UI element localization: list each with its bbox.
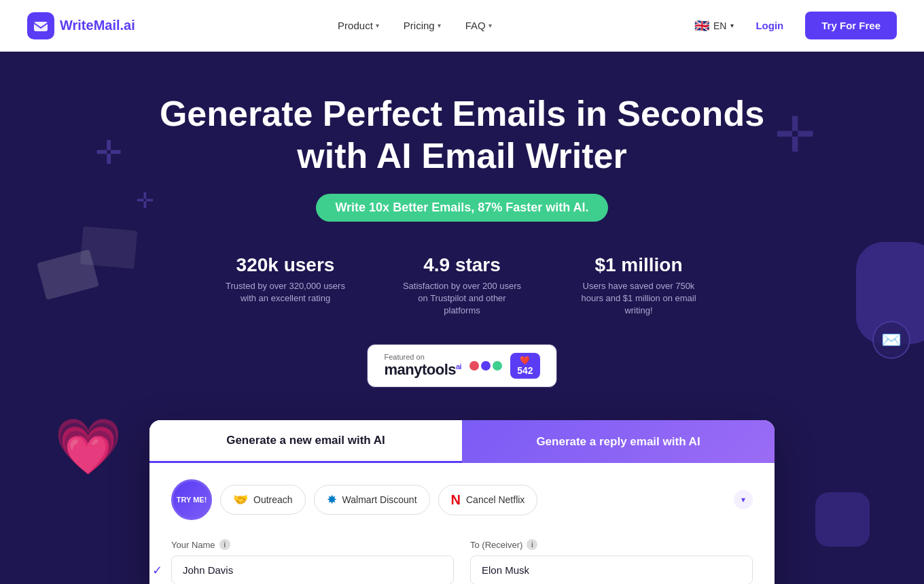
manytools-count: ❤️ 542 [510, 353, 539, 379]
stat-users: 320k users Trusted by over 320,000 users… [224, 254, 346, 317]
form-row: Your Name i ✓ To (Receiver) i [171, 539, 753, 584]
stat-million: $1 million Users have saved over 750k ho… [578, 254, 700, 317]
nav-links: Product ▾ Pricing ▾ FAQ ▾ [327, 14, 503, 37]
template-outreach[interactable]: 🤝 Outreach [220, 485, 306, 515]
deco-cross-2: ✛ [136, 188, 154, 213]
chevron-down-icon: ▾ [438, 22, 441, 29]
nav-faq[interactable]: FAQ ▾ [455, 14, 503, 37]
navbar: WriteMail.ai Product ▾ Pricing ▾ FAQ ▾ 🇬… [0, 0, 924, 52]
your-name-info-icon[interactable]: i [219, 539, 230, 550]
manytools-badge[interactable]: Featured on manytoolsai ❤️ 542 [367, 344, 556, 388]
templates-more-chevron[interactable]: ▾ [734, 490, 753, 509]
hero-section: ✛ ✛ ✛ 💗 ✉️ Generate Perfect Emails in Se… [0, 52, 924, 584]
email-generator-card: Generate a new email with AI Generate a … [149, 420, 775, 584]
card-body: TRY ME! 🤝 Outreach ✸ Walmart Discount N … [149, 463, 775, 584]
template-row: TRY ME! 🤝 Outreach ✸ Walmart Discount N … [171, 479, 753, 520]
deco-cross-1: ✛ [95, 133, 122, 171]
logo-icon [27, 12, 54, 39]
login-button[interactable]: Login [745, 14, 794, 37]
to-receiver-group: To (Receiver) i [470, 539, 753, 584]
flag-icon: 🇬🇧 [694, 18, 709, 33]
manytools-dots [469, 361, 502, 371]
template-netflix[interactable]: N Cancel Netflix [438, 485, 538, 515]
deco-cross-3: ✛ [775, 106, 815, 163]
deco-heart: 💗 [54, 415, 122, 479]
manytools-content: Featured on manytoolsai [384, 353, 461, 379]
netflix-icon: N [451, 492, 461, 508]
tab-generate-new[interactable]: Generate a new email with AI [149, 420, 462, 463]
your-name-input[interactable] [171, 555, 454, 584]
chevron-down-icon: ▾ [488, 22, 492, 29]
your-name-label: Your Name i [171, 539, 454, 550]
hero-subtitle-badge: Write 10x Better Emails, 87% Faster with… [316, 194, 607, 222]
outreach-emoji: 🤝 [233, 492, 248, 507]
nav-product[interactable]: Product ▾ [327, 14, 390, 37]
chevron-down-icon: ▾ [376, 22, 379, 29]
logo-text: WriteMail.ai [60, 18, 135, 33]
chat-circle: ✉️ [872, 321, 910, 359]
your-name-group: Your Name i ✓ [171, 539, 454, 584]
try-me-badge: TRY ME! [171, 479, 212, 520]
nav-pricing[interactable]: Pricing ▾ [393, 14, 452, 37]
card-tabs: Generate a new email with AI Generate a … [149, 420, 775, 463]
tab-generate-reply[interactable]: Generate a reply email with AI [462, 420, 775, 463]
svg-rect-0 [34, 22, 48, 31]
template-walmart[interactable]: ✸ Walmart Discount [314, 485, 430, 515]
to-receiver-input[interactable] [470, 555, 753, 584]
navbar-right: 🇬🇧 EN ▾ Login Try For Free [694, 12, 897, 39]
your-name-input-wrapper: ✓ [171, 555, 454, 584]
walmart-icon: ✸ [327, 492, 337, 507]
deco-blob-br [815, 492, 870, 547]
language-selector[interactable]: 🇬🇧 EN ▾ [694, 18, 734, 33]
stat-stars: 4.9 stars Satisfaction by over 200 users… [401, 254, 523, 317]
deco-envelope-2 [80, 226, 138, 269]
to-receiver-label: To (Receiver) i [470, 539, 753, 550]
try-free-button[interactable]: Try For Free [805, 12, 897, 39]
chevron-down-icon: ▾ [730, 22, 734, 29]
logo[interactable]: WriteMail.ai [27, 12, 135, 39]
check-icon: ✓ [152, 563, 162, 578]
hero-stats: 320k users Trusted by over 320,000 users… [224, 254, 700, 317]
to-receiver-info-icon[interactable]: i [527, 539, 537, 550]
hero-title: Generate Perfect Emails in Seconds with … [156, 92, 768, 177]
